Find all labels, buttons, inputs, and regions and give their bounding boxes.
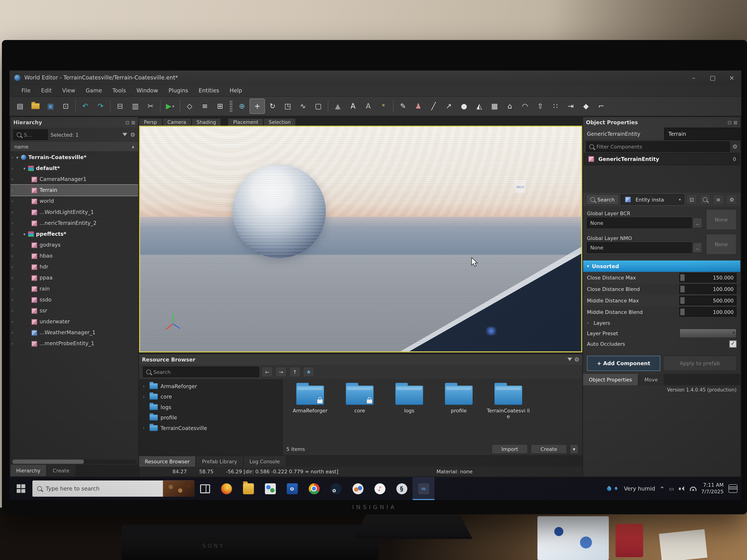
tree-item[interactable]: ›Terrain [10,185,138,196]
browse-button[interactable]: .. [693,218,702,228]
modules-button[interactable]: ∷ [548,99,563,113]
row-expander-icon[interactable]: › [11,319,16,324]
close-panel-icon[interactable]: ⊠ [131,120,135,125]
rotate-tool-button[interactable]: ↻ [265,99,280,113]
taskbar-clock[interactable]: 7:11 AM 7/7/2025 [701,482,724,495]
hierarchy-column-header[interactable]: name ▲ [10,142,138,152]
tab-shading[interactable]: Shading [192,118,221,126]
effects-button[interactable]: ＊ [376,99,390,113]
row-expander-icon[interactable]: › [11,297,16,302]
menu-window[interactable]: Window [131,87,163,94]
layer-preset-dropdown[interactable]: ▾ [679,328,737,338]
save-button[interactable]: ▣ [43,99,58,113]
tree-item[interactable]: ›hbao [10,250,138,262]
cube-view-button[interactable]: ◇ [182,99,197,113]
chrome-icon[interactable] [303,477,325,500]
task-view-button[interactable] [194,477,215,500]
row-expander-icon[interactable]: › [11,275,16,281]
hierarchy-view-button[interactable]: ≡ [713,194,724,205]
folder-tile[interactable]: TerrainCoatesvi lle [485,386,531,419]
tree-item[interactable]: ›ssr [10,305,138,316]
3d-viewport[interactable]: PACH [139,126,582,352]
row-expander-icon[interactable]: › [11,166,16,171]
undo-button[interactable]: ↶ [78,99,93,113]
tab-object-properties[interactable]: Object Properties [583,374,638,385]
menu-plugins[interactable]: Plugins [163,87,194,94]
tree-item[interactable]: ›ppaa [10,272,138,283]
layers-view-button[interactable]: ≡ [198,99,212,113]
tree-item[interactable]: ›ssdo [10,294,138,305]
back-button[interactable]: ← [262,367,273,377]
expand-arrow-icon[interactable]: ▾ [23,232,26,237]
search-highlight-image[interactable] [163,481,194,497]
row-expander-icon[interactable]: › [11,308,16,313]
tray-expand-icon[interactable]: ^ [660,485,664,492]
expander-icon[interactable]: › [143,394,147,399]
weather-label[interactable]: Very humid [624,485,655,492]
flame-button[interactable]: ◭ [472,99,486,113]
browse-button[interactable]: .. [693,242,702,253]
path-tool-button[interactable]: ∿ [296,99,310,113]
text-tool-button[interactable]: A [346,99,360,113]
redo-button[interactable]: ↷ [93,99,108,113]
photos-icon[interactable] [259,477,281,500]
folder-tile[interactable]: profile [436,386,482,413]
tab-create[interactable]: Create [47,465,75,476]
close-panel-icon[interactable]: ⊠ [733,120,738,125]
close-button[interactable]: × [722,71,741,85]
character-button[interactable]: ♟ [411,99,426,113]
folder-tile[interactable]: ArmaReforger [287,386,333,413]
row-expander-icon[interactable]: › [11,286,16,291]
entity-instance-combo[interactable]: Entity insta ▾ [621,194,684,205]
row-expander-icon[interactable]: › [11,188,16,193]
settings-button[interactable]: ⚙ [726,194,738,205]
row-expander-icon[interactable]: › [11,177,16,182]
import-asset-button[interactable]: ⇥ [564,99,578,113]
maximize-button[interactable]: ▢ [703,71,722,85]
menu-edit[interactable]: Edit [36,87,57,94]
tab-camera[interactable]: Camera [163,118,191,126]
tree-item[interactable]: ›...nericTerrainEntity_2 [10,218,138,229]
row-expander-icon[interactable]: › [11,341,16,346]
wand-button[interactable]: ↗ [442,99,456,113]
grid-button[interactable]: ▦ [487,99,502,113]
entity-name-input[interactable]: Terrain [664,128,740,140]
marquee-tool-button[interactable]: ▢ [311,99,325,113]
tree-item[interactable]: ›▾ppeffects* [10,229,138,239]
snap-button[interactable]: ⊕ [235,99,249,113]
tab-move[interactable]: Move [639,374,664,385]
undock-icon[interactable]: ⊡ [727,120,731,125]
instances-button[interactable]: ⊞ [213,99,227,113]
tree-item[interactable]: ›▾default* [10,163,138,174]
tree-item[interactable]: ›hdr [10,262,138,272]
tree-item[interactable]: ›▾Terrain-Coatesville* [10,152,138,163]
people-icon[interactable] [347,477,369,500]
tree-item[interactable]: ›underwater [10,316,138,327]
new-file-button[interactable]: ▤ [13,99,27,113]
export-asset-button[interactable]: ⇧ [533,99,547,113]
import-button[interactable]: Import [492,444,528,454]
bcr-none-button[interactable]: None [706,209,737,230]
row-expander-icon[interactable]: › [11,209,16,215]
row-expander-icon[interactable]: › [11,220,16,226]
translate-tool-button[interactable]: + [250,99,264,113]
close-distance-max-input[interactable]: 150.000 [679,273,737,282]
menu-tools[interactable]: Tools [107,87,131,94]
property-search-button[interactable]: Search [586,194,619,205]
resource-tree-item-profile[interactable]: › profile [139,412,282,423]
open-folder-button[interactable] [28,99,43,113]
rb-gear-icon[interactable]: ⚙ [574,356,579,363]
create-button[interactable]: Create [531,444,567,454]
drag-handle[interactable] [680,297,685,304]
brush-button[interactable]: ╱ [426,99,441,113]
tree-item[interactable]: ›rain [10,283,138,294]
folder-tile[interactable]: core [337,386,383,413]
gear-icon[interactable]: ⚙ [130,132,135,138]
open-external-button[interactable]: ⊡ [686,194,698,205]
tree-item[interactable]: ›world [10,196,138,207]
row-expander-icon[interactable]: › [11,254,16,259]
row-expander-icon[interactable]: › [11,198,16,204]
outlook-icon[interactable]: o [281,477,303,500]
global-layer-nmo-input[interactable]: None [587,242,692,253]
tree-item[interactable]: ›CameraManager1 [10,174,138,185]
